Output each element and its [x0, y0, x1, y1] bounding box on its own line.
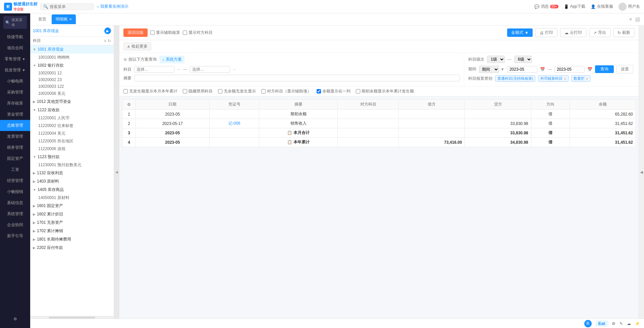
account-group-1001[interactable]: ▼ 1001 库存现金 [30, 45, 114, 54]
account-item-14050001[interactable]: 14050001 原材料 [30, 194, 114, 202]
account-group-1701[interactable]: ▶ 1701 无形资产 [30, 218, 114, 227]
period-to-input[interactable] [554, 66, 585, 73]
col-config[interactable]: ⚙ [122, 100, 136, 110]
maximize-icon[interactable]: ⬜ [635, 17, 640, 22]
tag-foreign[interactable]: 外币核算科目 × [538, 75, 568, 82]
account-nav-btn[interactable]: ▶ [104, 27, 111, 34]
online-service-btn[interactable]: 👤 在线客服 [591, 4, 613, 9]
query-btn[interactable]: 查询 [595, 65, 614, 73]
checkbox-contra[interactable]: 对方科目（显示辅助项） [261, 88, 311, 94]
account-group-1602[interactable]: ▶ 1602 累计折旧 [30, 210, 114, 218]
close-all-icon[interactable]: ✕ [629, 17, 632, 22]
tag-foreign-close[interactable]: × [564, 77, 566, 81]
settings-btn[interactable]: ⚙ [11, 314, 20, 324]
checkbox-contra-input[interactable] [261, 89, 266, 93]
account-group-1123[interactable]: ▼ 1123 预付款 [30, 153, 114, 161]
search-box-top[interactable]: 🔍 [40, 3, 94, 10]
sidebar-item-operations-mgmt[interactable]: 经营管理 [0, 175, 30, 186]
period-calendar-icon[interactable]: 📅 [540, 67, 545, 72]
status-cloud-icon[interactable]: ☁ [627, 321, 631, 326]
checkbox-balance-col-input[interactable] [317, 89, 321, 93]
sidebar-search[interactable]: 🔍 搜索菜单 [3, 16, 27, 29]
tab-close-btn[interactable]: ✕ [69, 17, 72, 21]
tag-quantity-close[interactable]: × [586, 77, 588, 81]
account-item-10020003[interactable]: 10020003 122 [30, 83, 114, 90]
account-group-1122[interactable]: ▼ 1122 应收款 [30, 106, 114, 114]
account-item-10020002[interactable]: 10020002 23 [30, 76, 114, 83]
account-item-11220006[interactable]: 11220006 游戏 [30, 145, 114, 153]
checkbox-no-occur-input[interactable] [123, 89, 128, 93]
app-download-btn[interactable]: 📱 App下载 [564, 4, 585, 9]
sidebar-item-retail-mgmt[interactable]: 零售管理 ▼ [0, 54, 30, 65]
tab-home[interactable]: 首页 [34, 14, 50, 24]
tag-quantity[interactable]: 数量栏 × [571, 75, 590, 82]
collapse-more-btn[interactable]: ∧ 收起更多 [123, 42, 151, 51]
level-from-select[interactable]: 1级2级3级 [487, 56, 505, 63]
message-btn[interactable]: 💬 消息 99+ [534, 4, 558, 9]
tree-sort-btn[interactable]: ≡ [104, 39, 106, 43]
sidebar-item-fund-mgmt[interactable]: 资金管理 [0, 109, 30, 120]
account-item-11220002[interactable]: 11220002 往来标签 [30, 122, 114, 130]
checkbox-no-occur[interactable]: 无发生额显示本月本年累计 [123, 88, 177, 94]
checkbox-opening-input[interactable] [356, 89, 360, 93]
sidebar-item-salary[interactable]: 工资 [0, 164, 30, 175]
sidebar-item-ecommerce[interactable]: 小畅电商 [0, 76, 30, 87]
return-old-version-btn[interactable]: 退回旧版 [123, 28, 148, 37]
tab-detail[interactable]: 明细账 ✕ [52, 14, 76, 24]
cloud-print-btn[interactable]: ☁ 云打印 [560, 28, 586, 37]
account-group-1405[interactable]: ▼ 1405 库存商品 [30, 186, 114, 194]
setting-btn[interactable]: 设置 [616, 65, 633, 73]
top-search-input[interactable] [50, 4, 90, 9]
sidebar-item-enterprise-collab[interactable]: 企业协同 [0, 219, 30, 231]
row-voucher-2[interactable]: 记-006 [209, 119, 259, 128]
refresh-btn[interactable]: ↻ 刷新 [613, 28, 635, 37]
summary-input[interactable] [134, 75, 460, 81]
checkbox-opening[interactable]: 期初余额显示本年累计发生额 [356, 88, 414, 94]
sidebar-item-tax-mgmt[interactable]: 税务管理 [0, 142, 30, 153]
demo-btn[interactable]: ○ 我要看实例演示 [97, 4, 128, 9]
export-btn[interactable]: ↗ 导出 [589, 28, 610, 37]
tree-scrollbar[interactable] [30, 316, 114, 319]
status-lang-btn[interactable]: 英 [584, 320, 592, 327]
period-from-input[interactable] [507, 66, 537, 73]
subject-input[interactable] [134, 66, 174, 73]
sidebar-item-expense[interactable]: 小畅报销 [0, 186, 30, 197]
show-contra-checkbox[interactable]: 显示对方科目 [183, 30, 213, 36]
account-group-1801[interactable]: ▶ 1801 长期待摊费用 [30, 235, 114, 244]
sidebar-item-project-contract[interactable]: 项目合同 [0, 43, 30, 54]
account-group-1002[interactable]: ▼ 1002 银行存款 [30, 61, 114, 70]
checkbox-hide-disabled-input[interactable] [183, 89, 187, 93]
account-group-1702[interactable]: ▶ 1702 累计摊销 [30, 227, 114, 235]
user-btn[interactable]: 用户名 [619, 3, 640, 11]
sidebar-item-quick-nav[interactable]: 快捷导航 [0, 31, 30, 43]
account-item-11230001[interactable]: 11230001 预付款数美元 [30, 161, 114, 169]
style-btn[interactable]: 金额式 ▼ [507, 28, 533, 37]
print-btn[interactable]: 🖨 打印 [535, 28, 557, 37]
side-expand-btn[interactable]: ◀ [639, 25, 644, 319]
checkbox-balance-col[interactable]: 余额显示在一列 [317, 88, 351, 94]
account-item-10020001[interactable]: 10020001 12 [30, 70, 114, 76]
subject-input-to[interactable] [190, 66, 230, 73]
account-item-10010001[interactable]: 10010001 哟哟哟 [30, 54, 114, 61]
status-settings-icon[interactable]: ⚙ [612, 321, 615, 326]
sidebar-item-inventory-calc[interactable]: 库存核算 [0, 98, 30, 109]
status-edit-icon[interactable]: ✎ [620, 321, 623, 326]
sidebar-item-basic-info[interactable]: 基础信息 [0, 197, 30, 208]
show-helper-checkbox[interactable]: 显示辅助核算 [150, 30, 180, 36]
show-contra-input[interactable] [183, 30, 187, 35]
sidebar-item-beginner-guide[interactable]: 新手引导 [0, 231, 30, 242]
period-type-select[interactable]: 期间 [479, 66, 499, 73]
level-to-select[interactable]: 6级5级4级 [514, 56, 532, 63]
period-calendar-icon-2[interactable]: 📅 [587, 67, 592, 72]
account-group-1601[interactable]: ▶ 1601 固定资产 [30, 202, 114, 210]
tree-collapse-btn[interactable]: ◀ [114, 25, 119, 319]
sidebar-item-invoice-mgmt[interactable]: 发票管理 [0, 131, 30, 142]
account-group-1012[interactable]: ▶ 1012 其他货币资金 [30, 97, 114, 106]
account-group-2202[interactable]: ▶ 2202 应付年款 [30, 244, 114, 252]
tree-refresh-btn[interactable]: ↻ [108, 39, 111, 43]
checkbox-hide-disabled[interactable]: 隐藏禁用科目 [183, 88, 213, 94]
sidebar-item-system-mgmt[interactable]: 系统管理 [0, 208, 30, 219]
account-group-1132[interactable]: ▶ 1132 应收利息 [30, 169, 114, 177]
checkbox-no-balance-input[interactable] [218, 89, 222, 93]
checkbox-no-balance[interactable]: 无余额无发生显示 [218, 88, 256, 94]
